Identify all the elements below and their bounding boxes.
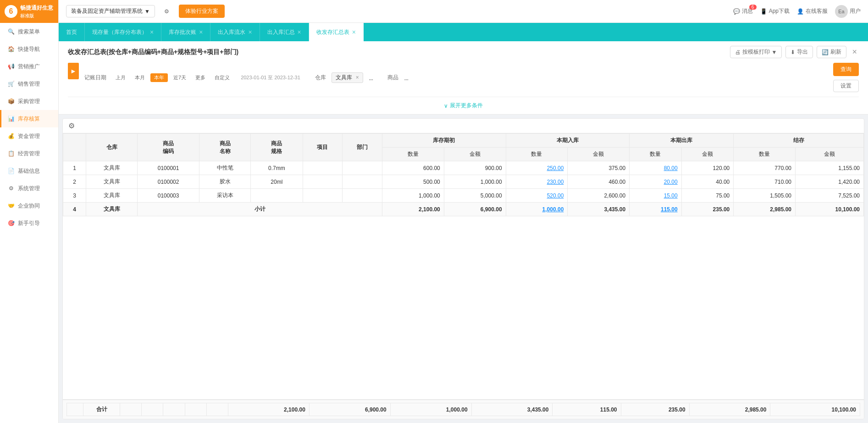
tab-close-icon[interactable]: ×	[352, 29, 356, 35]
tab-inventory-dist[interactable]: 现存量（库存分布表） ×	[85, 23, 161, 41]
cell-qty-out[interactable]: 115.00	[630, 203, 682, 216]
tab-close-icon[interactable]: ×	[150, 29, 154, 35]
trial-button[interactable]: 体验行业方案	[179, 5, 225, 18]
sidebar-item-system[interactable]: ⚙ 系统管理	[0, 180, 58, 197]
cell-amt-init: 5,000.00	[444, 189, 506, 203]
custom-btn[interactable]: 自定义	[211, 73, 233, 82]
tab-close-icon[interactable]: ×	[199, 29, 203, 35]
app-download-button[interactable]: 📱 App下载	[760, 7, 790, 15]
cell-qty-out[interactable]: 80.00	[630, 161, 682, 175]
cell-spec	[251, 189, 303, 203]
settings-query-button[interactable]: 设置	[833, 80, 859, 92]
data-table: 仓库 商品编码 商品名称 商品规格 项目 部门 库存期初 本期入库 本期出库 结…	[63, 133, 864, 216]
sidebar-menu: 🔍 搜索菜单 🏠 快捷导航 📢 营销推广 🛒 销售管理 📦 采购管理 📊 库存核…	[0, 23, 58, 423]
tab-summary[interactable]: 出入库汇总 ×	[260, 23, 309, 41]
this-year-btn[interactable]: 本年	[150, 73, 168, 82]
box-icon: 📦	[7, 97, 15, 105]
sidebar-item-sales[interactable]: 🛒 销售管理	[0, 75, 58, 93]
print-button[interactable]: 🖨 按模板打印 ▼	[730, 46, 782, 58]
last-month-btn[interactable]: 上月	[112, 73, 129, 82]
sidebar-item-basic-info[interactable]: 📄 基础信息	[0, 162, 58, 180]
cell-qty-in[interactable]: 250.00	[506, 161, 568, 175]
table-header-row-1: 仓库 商品编码 商品名称 商品规格 项目 部门 库存期初 本期入库 本期出库 结…	[63, 134, 864, 148]
th-project: 项目	[303, 134, 343, 161]
table-settings-icon[interactable]: ⚙	[68, 121, 75, 130]
export-icon: ⬇	[791, 49, 795, 55]
sidebar-item-quick-nav[interactable]: 🏠 快捷导航	[0, 40, 58, 58]
total-qty-out: 115.00	[553, 403, 621, 416]
cell-project	[303, 189, 343, 203]
th-warehouse: 仓库	[86, 134, 138, 161]
app-download-label: App下载	[769, 7, 790, 15]
cell-qty-out[interactable]: 15.00	[630, 189, 682, 203]
cell-amt-in: 460.00	[568, 175, 630, 189]
sidebar-item-collab[interactable]: 🤝 企业协同	[0, 197, 58, 214]
expand-conditions-button[interactable]: ∨ 展开更多条件	[444, 102, 483, 110]
goods-filter-label: 商品	[387, 74, 398, 82]
tab-bar: 首页 现存量（库存分布表） × 库存批次账 × 出入库流水 × 出入库汇总 × …	[59, 23, 868, 41]
sidebar-item-marketing[interactable]: 📢 营销推广	[0, 58, 58, 75]
th-no	[63, 134, 86, 161]
cell-amt-init: 900.00	[444, 161, 506, 175]
collapse-filter-button[interactable]: ►	[68, 63, 79, 79]
system-selector[interactable]: 装备及固定资产辅助管理系统 ▼	[66, 5, 155, 17]
cell-qty-init: 600.00	[382, 161, 444, 175]
total-amt-bal: 10,100.00	[770, 403, 860, 416]
refresh-button[interactable]: 🔄 刷新	[817, 46, 846, 58]
date-range-display: 2023-01-01 至 2023-12-31	[241, 74, 300, 81]
sidebar-item-label: 经营管理	[18, 150, 40, 158]
export-button[interactable]: ⬇ 导出	[785, 46, 813, 58]
message-icon: 💬	[733, 8, 740, 15]
sidebar-item-operations[interactable]: 📋 经营管理	[0, 145, 58, 162]
cell-dept	[343, 175, 382, 189]
cell-no: 4	[63, 203, 86, 216]
tab-recv-send[interactable]: 收发存汇总表 ×	[309, 23, 364, 41]
tab-close-icon[interactable]: ×	[248, 29, 252, 35]
sidebar-item-finance[interactable]: 💰 资金管理	[0, 127, 58, 145]
th-amt-out: 金额	[681, 148, 734, 161]
tab-batch[interactable]: 库存批次账 ×	[161, 23, 210, 41]
last-7-days-btn[interactable]: 近7天	[170, 73, 190, 82]
cell-qty-in[interactable]: 520.00	[506, 189, 568, 203]
sidebar-item-search[interactable]: 🔍 搜索菜单	[0, 23, 58, 40]
remove-warehouse-button[interactable]: ×	[356, 74, 359, 81]
tab-close-icon[interactable]: ×	[298, 29, 301, 35]
warehouse-more-button[interactable]: ...	[369, 73, 373, 82]
total-qty-in: 1,000.00	[390, 403, 471, 416]
online-service-button[interactable]: 👤 在线客服	[797, 7, 828, 15]
total-row: 合计 2,100.00 6,900.00 1,000.00 3,435.00 1…	[67, 403, 860, 416]
cell-qty-bal: 710.00	[734, 175, 796, 189]
query-button[interactable]: 查询	[833, 63, 859, 76]
tab-inventory-dist-label: 现存量（库存分布表）	[92, 28, 147, 36]
total-empty-2	[120, 403, 142, 416]
tab-batch-label: 库存批次账	[169, 28, 196, 36]
goods-more-button[interactable]: ...	[404, 73, 408, 82]
this-month-btn[interactable]: 本月	[131, 73, 149, 82]
cell-warehouse: 文具库	[86, 189, 138, 203]
cell-qty-bal: 2,985.00	[734, 203, 796, 216]
sidebar-item-label: 采购管理	[18, 98, 40, 105]
tab-home[interactable]: 首页	[59, 23, 85, 41]
sidebar-item-inventory[interactable]: 📊 库存核算	[0, 110, 58, 127]
cell-code: 0100001	[138, 161, 199, 175]
gear-icon: ⚙	[7, 184, 15, 192]
cell-qty-init: 1,000.00	[382, 189, 444, 203]
total-empty-5	[185, 403, 206, 416]
close-page-button[interactable]: ×	[850, 47, 859, 57]
warehouse-filter-label: 仓库	[315, 74, 326, 82]
more-btn[interactable]: 更多	[192, 73, 209, 82]
user-menu[interactable]: Ea 用户	[835, 5, 861, 18]
sidebar-item-guide[interactable]: 🎯 新手引导	[0, 214, 58, 232]
settings-button[interactable]: ⚙	[160, 5, 173, 18]
export-label: 导出	[797, 48, 808, 56]
sidebar-item-purchase[interactable]: 📦 采购管理	[0, 93, 58, 110]
cell-qty-in[interactable]: 230.00	[506, 175, 568, 189]
message-button[interactable]: 💬 消息 6	[733, 7, 753, 15]
table-row: 2 文具库 0100002 胶水 20ml 500.00 1,000.00 23…	[63, 175, 864, 189]
cell-qty-in[interactable]: 1,000.00	[506, 203, 568, 216]
cell-amt-init: 1,000.00	[444, 175, 506, 189]
cell-qty-out[interactable]: 20.00	[630, 175, 682, 189]
th-in: 本期入库	[506, 134, 630, 148]
tab-flow[interactable]: 出入库流水 ×	[210, 23, 260, 41]
total-label: 合计	[83, 403, 120, 416]
